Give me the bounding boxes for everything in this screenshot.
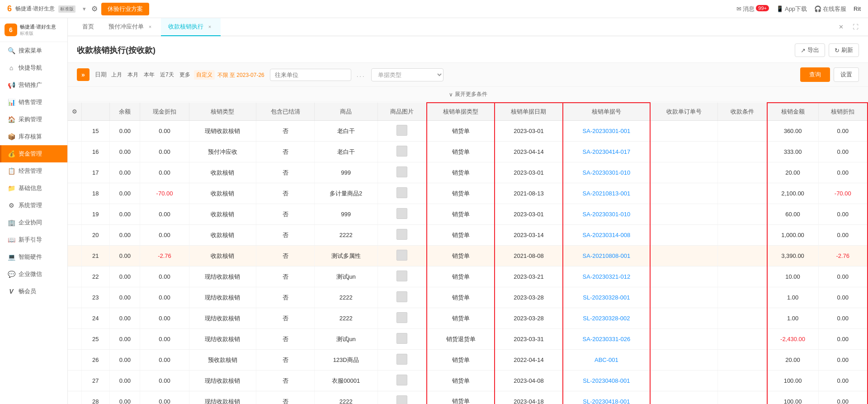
bill-no-link[interactable]: SL-20230418-001 (583, 398, 630, 404)
td-product-img (377, 350, 427, 371)
sidebar-item-search[interactable]: 🔍 搜索菜单 (0, 42, 67, 59)
expand-more-btn[interactable]: ∨ 展开更多条件 (449, 90, 487, 98)
td-num: 17 (81, 162, 110, 183)
online-support[interactable]: 🎧 在线客服 (814, 5, 846, 13)
product-image-thumb (396, 312, 407, 323)
book-icon: 📖 (8, 236, 15, 243)
sidebar-item-enterprise[interactable]: 🏢 企业协同 (0, 214, 67, 231)
bill-no-link[interactable]: SA-20210813-001 (583, 190, 631, 197)
bill-no-link[interactable]: SA-20230301-001 (583, 128, 631, 134)
td-amount: 20.00 (767, 162, 818, 183)
td-balance: 0.00 (110, 162, 140, 183)
sidebar-item-operations[interactable]: 📋 经营管理 (0, 162, 67, 180)
tab-home[interactable]: 首页 (75, 18, 101, 36)
sidebar-item-member[interactable]: V 畅会员 (0, 283, 67, 300)
counterparty-input[interactable] (270, 69, 351, 81)
td-bill-date: 2023-03-01 (495, 121, 562, 142)
th-num (81, 103, 110, 121)
last-7-days-btn[interactable]: 近7天 (158, 70, 176, 80)
sidebar-label-enterprise: 企业协同 (19, 219, 42, 227)
tab-receipt-cancel-close[interactable]: × (206, 23, 213, 30)
sidebar-label-base-info: 基础信息 (19, 184, 42, 192)
sidebar-item-system[interactable]: ⚙ 系统管理 (0, 197, 67, 214)
td-product-img (377, 162, 427, 183)
td-bill-type: 销货单 (427, 371, 495, 391)
table-head: ⚙ 余额 现金折扣 核销类型 包含已结清 商品 商品图片 核销单据类型 核销单据… (68, 103, 868, 121)
td-num: 21 (81, 246, 110, 266)
td-bill-date: 2023-03-28 (495, 308, 562, 329)
sidebar-item-guide[interactable]: 📖 新手引导 (0, 231, 67, 248)
bill-no-link[interactable]: ABC-001 (594, 356, 618, 363)
td-order-no (650, 121, 718, 142)
bill-no-link[interactable]: SA-20230321-012 (583, 273, 631, 280)
sidebar-item-sales[interactable]: 📊 销售管理 (0, 94, 67, 111)
td-bill-no: ABC-001 (563, 350, 650, 371)
this-year-btn[interactable]: 本年 (142, 70, 156, 80)
query-btn[interactable]: 查询 (800, 67, 830, 82)
sidebar-label-purchase: 采购管理 (19, 115, 42, 124)
sidebar-item-marketing[interactable]: 📢 营销推广 (0, 76, 67, 94)
bill-no-link[interactable]: SA-20210808-001 (583, 252, 631, 259)
tab-close-icon[interactable]: ✕ (835, 22, 846, 33)
td-bill-type: 销货单 (427, 204, 495, 225)
home-icon: ⌂ (8, 64, 15, 71)
bill-no-link[interactable]: SL-20230328-002 (583, 315, 630, 322)
sidebar-item-quick-nav[interactable]: ⌂ 快捷导航 (0, 59, 67, 76)
tab-receipt-cancel[interactable]: 收款核销执行 × (161, 18, 221, 36)
td-num: 26 (81, 350, 110, 371)
table-row: 23 0.00 0.00 现结收款核销 否 2222 销货单 2023-03-2… (68, 287, 868, 308)
tab-maximize-icon[interactable]: ⛶ (850, 22, 861, 33)
td-product: 123D商品 (314, 350, 377, 371)
bill-no-link[interactable]: SA-20230314-008 (583, 232, 631, 238)
sidebar-item-wechat[interactable]: 💬 企业微信 (0, 266, 67, 283)
sidebar: 6 畅捷通·谱好生意 标准版 🔍 搜索菜单 ⌂ 快捷导航 📢 营销推广 📊 销售… (0, 18, 68, 404)
this-month-btn[interactable]: 本月 (126, 70, 140, 80)
td-num: 22 (81, 266, 110, 287)
sidebar-item-base-info[interactable]: 📁 基础信息 (0, 180, 67, 197)
settings-icon[interactable]: ⚙ (91, 5, 98, 13)
custom-btn[interactable]: 自定义 (194, 70, 215, 80)
bill-no-link[interactable]: SA-20230331-026 (583, 336, 631, 342)
messages-area[interactable]: ✉ 消息 99+ (736, 5, 769, 13)
tab-prepay-close[interactable]: × (146, 23, 154, 30)
bill-no-link[interactable]: SL-20230328-001 (583, 294, 630, 301)
message-icon: ✉ (736, 5, 741, 12)
sidebar-label-sales: 销售管理 (19, 98, 42, 106)
td-cancel-type: 现销收款核销 (189, 121, 256, 142)
bill-no-link[interactable]: SL-20230408-001 (583, 377, 630, 384)
td-cash-discount: -70.00 (140, 183, 189, 204)
filter-expand-btn[interactable]: » (77, 68, 90, 81)
bill-no-link[interactable]: SA-20230301-010 (583, 211, 631, 218)
sidebar-item-inventory[interactable]: 📦 库存核算 (0, 128, 67, 145)
table-row: 15 0.00 0.00 现销收款核销 否 老白干 销货单 2023-03-01… (68, 121, 868, 142)
user-name[interactable]: Rit (854, 5, 861, 12)
td-product-img (377, 142, 427, 162)
td-payment-terms (718, 183, 767, 204)
td-balance: 0.00 (110, 350, 140, 371)
dropdown-icon[interactable]: ▾ (83, 5, 86, 12)
table-row: 25 0.00 0.00 现结收款核销 否 测试jun 销货退货单 2023-0… (68, 329, 868, 350)
bill-type-select[interactable]: 单据类型 (371, 68, 443, 81)
td-included: 否 (256, 183, 314, 204)
app-download[interactable]: 📱 App下载 (776, 5, 807, 13)
tab-prepay[interactable]: 预付冲应付单 × (101, 18, 161, 36)
gear-icon: ⚙ (8, 202, 15, 209)
messages-label: 消息 (743, 5, 755, 13)
sidebar-item-hardware[interactable]: 💻 智能硬件 (0, 248, 67, 266)
export-btn[interactable]: ↗ 导出 (795, 43, 825, 57)
td-product-img (377, 266, 427, 287)
settings-btn[interactable]: 设置 (834, 67, 859, 82)
td-settings (68, 121, 81, 142)
last-month-btn[interactable]: 上月 (109, 70, 124, 80)
more-btn[interactable]: 更多 (178, 70, 192, 80)
refresh-btn[interactable]: ↻ 刷新 (829, 43, 859, 57)
data-table: ⚙ 余额 现金折扣 核销类型 包含已结清 商品 商品图片 核销单据类型 核销单据… (68, 102, 868, 404)
sidebar-item-purchase[interactable]: 🏠 采购管理 (0, 111, 67, 128)
messages-badge: 99+ (756, 5, 769, 11)
td-product: 衣服00001 (314, 371, 377, 391)
sidebar-item-finance[interactable]: 💰 资金管理 (0, 145, 67, 162)
bill-no-link[interactable]: SA-20230301-010 (583, 169, 631, 176)
bill-no-link[interactable]: SA-20230414-017 (583, 148, 631, 155)
td-discount: 0.00 (818, 225, 868, 246)
industry-btn[interactable]: 休验行业方案 (101, 3, 149, 15)
